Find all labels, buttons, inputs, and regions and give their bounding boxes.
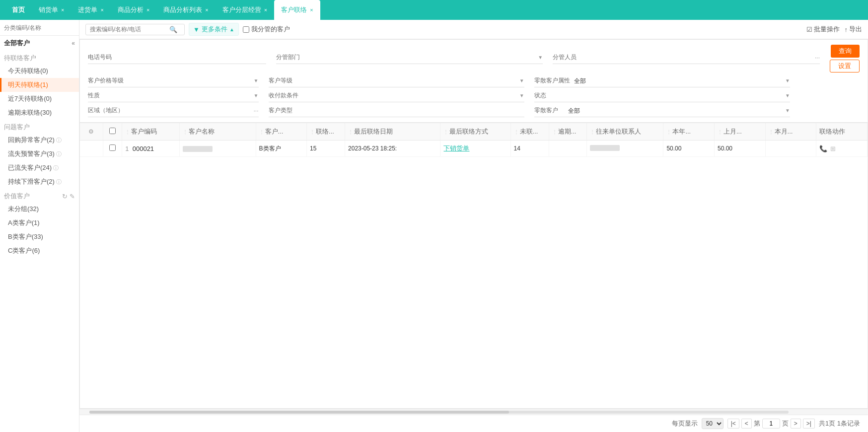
total-records: 共1页 1条记录 [819, 419, 860, 428]
sidebar-item-declining[interactable]: 持续下滑客户(2) ⓘ [0, 175, 79, 189]
sidebar-item-class-b[interactable]: B类客户(33) [0, 230, 79, 244]
close-icon[interactable]: × [264, 0, 267, 20]
all-customers-title[interactable]: 全部客户 « [0, 36, 79, 51]
person-input[interactable] [586, 54, 813, 61]
search-box[interactable]: 🔍 [85, 24, 185, 35]
column-this-month[interactable]: ⋮本月... [765, 123, 816, 141]
column-overdue[interactable]: ⋮逾期... [549, 123, 587, 141]
column-customer-name[interactable]: ⋮客户名称 [179, 123, 256, 141]
sidebar-item-class-a[interactable]: A类客户(1) [0, 216, 79, 230]
problem-group-title: 问题客户 [0, 120, 79, 133]
retail-customer-select[interactable]: 全部 [568, 107, 783, 114]
next-page-button[interactable]: > [791, 419, 801, 429]
customer-value-select[interactable] [128, 77, 252, 84]
page-navigation: |< < 第 页 > >| [727, 419, 815, 429]
sidebar-item-tomorrow-pending[interactable]: 明天待联络(1) [0, 78, 79, 92]
row-this-year: 50.00 [663, 141, 715, 157]
edit-icon[interactable]: ✎ [70, 193, 75, 200]
nav-product-analysis-list[interactable]: 商品分析列表 × [156, 0, 215, 20]
filter-retail-customer: 零散客户 全部 ▼ [534, 106, 790, 117]
sidebar-item-ungrouped[interactable]: 未分组(32) [0, 202, 79, 216]
close-icon[interactable]: × [205, 0, 208, 20]
close-icon[interactable]: × [310, 0, 313, 20]
payment-select[interactable] [302, 92, 517, 99]
row-select-checkbox[interactable] [109, 144, 116, 151]
sidebar-item-repurchase-abnormal[interactable]: 回购异常客户(2) ⓘ [0, 133, 79, 147]
customer-level-select[interactable] [302, 77, 517, 84]
more-options-icon[interactable]: ··· [815, 54, 820, 61]
column-last-month[interactable]: ⋮上月... [715, 123, 766, 141]
per-page-select[interactable]: 50 [702, 418, 723, 429]
more-filters-button[interactable]: ▼ 更多条件 ▲ [189, 23, 239, 36]
retail-attr-select[interactable]: 全部 [574, 77, 783, 84]
prev-page-button[interactable]: < [741, 419, 752, 429]
settings-button[interactable]: 设置 [830, 60, 860, 72]
horizontal-scrollbar[interactable] [89, 411, 789, 414]
search-submit-icon[interactable]: 🔍 [169, 26, 177, 33]
column-settings[interactable]: ⚙ [80, 123, 103, 141]
filter-customer-type: 客户类型 [269, 106, 524, 117]
nav-purchase-order[interactable]: 进货单 × [71, 0, 110, 20]
row-last-contact-method[interactable]: 下销货单 [440, 141, 510, 157]
close-icon[interactable]: × [100, 0, 103, 20]
export-button[interactable]: ↑ 导出 [845, 25, 863, 34]
sidebar-item-churn-warning[interactable]: 流失预警客户(3) ⓘ [0, 147, 79, 161]
column-customer-type[interactable]: ⋮客户... [256, 123, 307, 141]
sidebar-item-overdue-pending[interactable]: 逾期未联络(30) [0, 106, 79, 120]
sidebar-item-churned[interactable]: 已流失客户(24) ⓘ [0, 161, 79, 175]
refresh-icon[interactable]: ↻ [62, 193, 68, 200]
footer: 每页显示 50 |< < 第 页 > >| 共1页 1条记录 [79, 415, 868, 432]
nav-sales-order[interactable]: 销货单 × [32, 0, 71, 20]
column-unit-contacts[interactable]: ⋮往来单位联系人 [587, 123, 663, 141]
action-phone-icon[interactable]: 📞 [819, 145, 827, 152]
last-page-button[interactable]: >| [803, 419, 815, 429]
column-not-contacted[interactable]: ⋮未联... [510, 123, 549, 141]
sidebar-item-class-c[interactable]: C类客户(6) [0, 244, 79, 258]
nav-customer-layered[interactable]: 客户分层经营 × [216, 0, 274, 20]
scrollbar-thumb[interactable] [89, 411, 509, 414]
filter-actions: 查询 设置 [830, 45, 860, 72]
status-select[interactable] [568, 92, 783, 99]
sidebar-search-box[interactable]: 🔍 [0, 20, 79, 36]
sidebar-item-7days-pending[interactable]: 近7天待联络(0) [0, 92, 79, 106]
batch-operation-button[interactable]: ☑ 批量操作 [806, 25, 840, 34]
nature-select[interactable] [122, 92, 252, 99]
column-this-year[interactable]: ⋮本年... [663, 123, 715, 141]
customer-type-select[interactable] [302, 107, 524, 114]
sidebar-search-input[interactable] [4, 24, 78, 31]
column-checkbox[interactable] [103, 123, 122, 141]
region-input[interactable] [128, 107, 251, 114]
row-action-icons: 📞 ⊞ [816, 141, 868, 157]
collapse-icon[interactable]: « [72, 40, 75, 47]
value-group-title: 价值客户 ↻ ✎ [0, 189, 79, 202]
row-checkbox[interactable] [103, 141, 122, 157]
action-grid-icon[interactable]: ⊞ [830, 145, 836, 152]
nav-product-analysis[interactable]: 商品分析 × [111, 0, 156, 20]
filter-icon: ▼ [193, 26, 200, 33]
row-overdue [549, 141, 587, 157]
my-customers-check-input[interactable] [243, 26, 249, 33]
column-last-contact-date[interactable]: ⋮最后联络日期 [345, 123, 440, 141]
first-page-button[interactable]: |< [727, 419, 739, 429]
sidebar-item-today-pending[interactable]: 今天待联络(0) [0, 64, 79, 78]
chevron-down-icon: ▼ [785, 108, 790, 113]
column-contacts[interactable]: ⋮联络... [307, 123, 345, 141]
my-customers-checkbox[interactable]: 我分管的客户 [243, 25, 290, 34]
export-icon: ↑ [845, 26, 848, 33]
search-input[interactable] [90, 26, 169, 33]
close-icon[interactable]: × [61, 0, 64, 20]
dept-select[interactable] [310, 54, 536, 61]
phone-input[interactable] [122, 54, 266, 61]
page-number-input[interactable] [762, 419, 780, 429]
nav-customer-contact[interactable]: 客户联络 × [274, 0, 320, 20]
column-customer-code[interactable]: ⋮客户编码 [122, 123, 179, 141]
close-icon[interactable]: × [146, 0, 149, 20]
query-button[interactable]: 查询 [831, 45, 860, 58]
chevron-down-icon: ▼ [785, 78, 790, 83]
filter-row-4: 区域（地区） ··· 客户类型 零散客户 全部 ▼ [88, 106, 860, 117]
nav-home[interactable]: 首页 [5, 0, 32, 20]
select-all-checkbox[interactable] [109, 128, 116, 134]
column-last-contact-method[interactable]: ⋮最后联络方式 [440, 123, 510, 141]
blurred-name: Ea [183, 146, 213, 152]
more-options-icon[interactable]: ··· [253, 107, 258, 114]
